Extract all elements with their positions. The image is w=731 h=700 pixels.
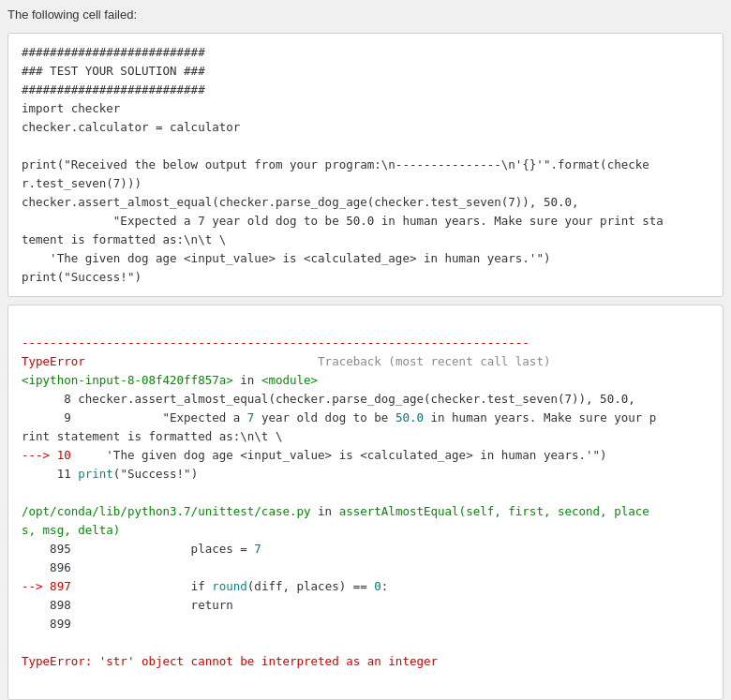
line-897: if round(diff, places) == 0: [191, 579, 389, 593]
error-type: TypeError [22, 354, 85, 368]
code-line-1: ########################## ### TEST YOUR… [22, 45, 664, 284]
line-num-9: 9 "Expected a 7 year old dog to be 50.0 … [64, 410, 656, 424]
line-899: 899 [50, 617, 71, 631]
line-10: 'The given dog age <input_value> is <cal… [106, 448, 606, 462]
line-898: 898 return [50, 598, 233, 612]
error-cell: ----------------------------------------… [7, 305, 724, 700]
arrow-897: --> 897 [22, 579, 71, 593]
final-error: TypeError: 'str' object cannot be interp… [22, 654, 438, 668]
code-cell: ########################## ### TEST YOUR… [7, 33, 724, 297]
line-895: 895 places = 7 [50, 542, 261, 556]
module-label: <module> [261, 373, 318, 387]
line-9b: rint statement is formatted as:\n\t \ [22, 429, 282, 443]
line-num-8: 8 checker.assert_almost_equal(checker.pa… [64, 392, 635, 406]
traceback-label: Traceback (most recent call last) [318, 354, 550, 368]
arrow-10: ---> 10 [22, 448, 71, 462]
conda-path-2: s, msg, delta) [22, 523, 120, 537]
conda-path: /opt/conda/lib/python3.7/unittest/case.p… [22, 504, 649, 518]
line-11: 11 print("Success!") [57, 467, 199, 481]
separator-line: ----------------------------------------… [22, 335, 530, 350]
failed-label: The following cell failed: [7, 7, 724, 22]
line-896: 896 [50, 560, 71, 574]
ipython-ref: <ipython-input-8-08f420ff857a> [22, 373, 233, 387]
page-container: The following cell failed: #############… [0, 0, 731, 700]
